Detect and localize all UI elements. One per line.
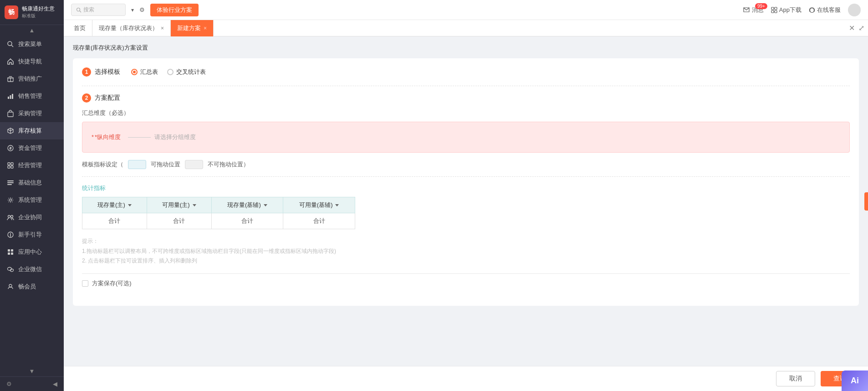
main-area: 搜索 ▾ ⚙ 体验行业方案 消息 99+ [64,0,868,391]
divider-2 [82,176,850,177]
sidebar-label-quicknav: 快捷导航 [18,57,42,66]
guide-icon [6,231,15,239]
tab-inventory[interactable]: 现存量（库存状况表） × [92,20,171,36]
template-radio-group: 汇总表 交叉统计表 [131,68,206,76]
stats-table: 现存量(主) 可用量(主) [82,197,355,229]
sidebar-item-apps[interactable]: 应用中心 [0,243,64,261]
tab-home[interactable]: 首页 [67,20,92,36]
svg-rect-20 [11,249,13,252]
sidebar-label-finance: 资金管理 [18,144,42,152]
dim-placeholder: 请选择分组维度 [154,133,196,141]
sidebar-scroll-down[interactable]: ▼ [0,366,64,376]
sidebar-item-collab[interactable]: 企业协同 [0,209,64,226]
tab-inventory-close[interactable]: × [161,25,164,31]
sidebar-item-system[interactable]: 系统管理 [0,191,64,209]
save-label: 方案保存(可选) [92,279,132,288]
topbar-search-box[interactable]: 搜索 [71,4,126,16]
topbar-dropdown[interactable]: ▾ [131,7,134,13]
sidebar-item-finance[interactable]: 资金管理 [0,139,64,157]
save-checkbox[interactable] [82,280,88,287]
bag-icon [6,109,15,118]
stats-header-avail-main[interactable]: 可用量(主) [147,197,211,213]
sidebar-label-apps: 应用中心 [18,248,42,256]
sidebar-item-marketing[interactable]: 营销推广 [0,70,64,87]
radio-cross[interactable]: 交叉统计表 [167,68,206,76]
tabs-bar: 首页 现存量（库存状况表） × 新建方案 × ✕ ⤢ [64,20,868,36]
svg-rect-31 [775,10,777,13]
tab-newplan-close[interactable]: × [204,25,207,31]
dim-line [128,137,151,138]
gift-icon [6,75,15,83]
coin-icon [6,144,15,152]
message-btn[interactable]: 消息 99+ [743,6,764,14]
tip-1: 1.拖动标题栏可以调整布局，不可跨维度或指标区域拖动栏目字段(只能在同一维度或指… [82,247,850,257]
chevron-down-icon-3 [335,204,339,206]
cancel-button[interactable]: 取消 [776,371,815,386]
radio-cross-label: 交叉统计表 [176,68,206,76]
sidebar-item-member[interactable]: 畅会员 [0,278,64,295]
user-avatar[interactable] [848,4,861,16]
page-title: 现存量(库存状况表)方案设置 [73,44,859,52]
stats-header-current-aux[interactable]: 现存量(基辅) [211,197,283,213]
sidebar-label-management: 经营管理 [18,161,42,170]
svg-rect-28 [771,7,774,10]
stats-header-avail-aux[interactable]: 可用量(基辅) [283,197,355,213]
sidebar-item-basicinfo[interactable]: 基础信息 [0,174,64,191]
sidebar-item-quicknav[interactable]: 快捷导航 [0,53,64,70]
app-download-label: App下载 [779,6,802,14]
step2-header: 2 方案配置 [82,93,850,103]
config-card: 1 选择模板 汇总表 交叉统计表 [73,58,859,306]
topbar-gear-icon[interactable]: ⚙ [139,6,145,13]
topbar: 搜索 ▾ ⚙ 体验行业方案 消息 99+ [64,0,868,20]
sidebar-item-wechat[interactable]: 企业微信 [0,261,64,278]
ai-float-button[interactable]: Ai [842,370,868,391]
chart-icon [6,92,15,100]
logo-icon: 畅 [5,5,18,19]
svg-rect-22 [11,252,13,255]
stats-cell-3: 合计 [283,213,355,229]
stats-header-current-main[interactable]: 现存量(主) [82,197,147,213]
online-service-btn[interactable]: 在线客服 [809,6,841,14]
svg-line-27 [80,10,82,12]
trial-button[interactable]: 体验行业方案 [150,4,199,16]
sidebar-scroll-up[interactable]: ▲ [0,25,64,36]
window-close-btn[interactable]: ✕ [849,24,855,32]
topbar-search-label: 搜索 [83,6,94,14]
sidebar-item-inventory[interactable]: 库存核算 [0,122,64,139]
svg-rect-14 [7,184,12,185]
window-expand-btn[interactable]: ⤢ [858,24,864,32]
sidebar-item-guide[interactable]: 新手引导 [0,226,64,243]
app-download-btn[interactable]: App下载 [771,6,802,14]
dimension-box: **纵向维度 请选择分组维度 [82,122,850,153]
content-area: 现存量(库存状况表)方案设置 1 选择模板 汇总表 交叉统计表 [64,36,868,366]
svg-rect-13 [7,182,14,183]
sidebar-bottom: ⚙ ◀ [0,376,64,391]
tab-home-label: 首页 [74,24,86,32]
sidebar-label-collab: 企业协同 [18,213,42,221]
wechat-icon [6,265,15,273]
sidebar: 畅 畅康通好生意 标准版 ▲ 搜索菜单 快捷导航 [0,0,64,391]
box-icon [6,127,15,135]
right-scroll-indicator [864,192,868,211]
sidebar-settings-icon[interactable]: ⚙ [6,381,12,387]
online-service-label: 在线客服 [817,6,841,14]
sidebar-collapse-icon[interactable]: ◀ [53,381,57,387]
chevron-down-icon-0 [128,204,132,206]
svg-rect-29 [775,7,777,10]
radio-summary[interactable]: 汇总表 [131,68,158,76]
radio-cross-dot [167,69,174,75]
svg-rect-11 [11,166,13,168]
sidebar-item-management[interactable]: 经营管理 [0,157,64,174]
svg-rect-34 [814,10,815,12]
indicator-row: 模板指标设定（ 可拖动位置 不可拖动位置） [82,160,850,169]
sidebar-label-basicinfo: 基础信息 [18,179,42,187]
svg-point-17 [11,216,13,218]
sidebar-item-purchase[interactable]: 采购管理 [0,105,64,122]
svg-rect-10 [8,166,10,168]
sidebar-item-search[interactable]: 搜索菜单 [0,36,64,53]
step2-section: 2 方案配置 汇总维度（必选） **纵向维度 请选择分组维度 模板指标 [82,93,850,288]
svg-rect-5 [12,94,13,99]
tab-newplan[interactable]: 新建方案 × [171,20,214,36]
sidebar-label-wechat: 企业微信 [18,265,42,273]
sidebar-item-sales[interactable]: 销售管理 [0,87,64,105]
